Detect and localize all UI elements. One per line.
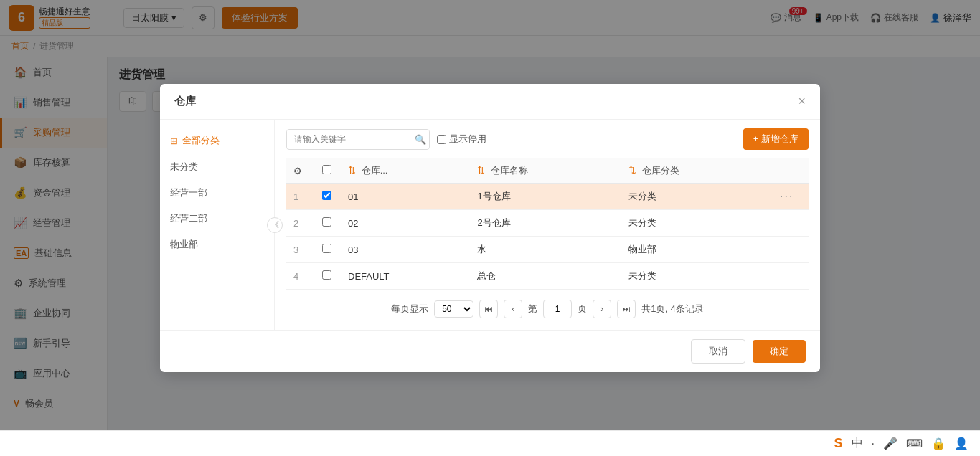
category-item-ops1[interactable]: 经营一部 [160,180,274,206]
modal-close-button[interactable]: × [798,94,806,109]
search-input[interactable] [287,130,409,148]
row-name: 1号仓库 [470,184,621,210]
row-name: 2号仓库 [470,210,621,237]
row-actions [773,237,809,263]
page-label-pre: 第 [528,303,537,315]
grid-icon: ⊞ [170,136,178,146]
row-category: 未分类 [621,263,773,290]
per-page-label: 每页显示 [391,303,428,315]
sort-icon-category: ⇅ [628,165,636,176]
select-all-checkbox[interactable] [322,165,331,174]
row-checkbox-cell [315,184,341,210]
show-disabled-text: 显示停用 [449,133,486,146]
col-name-header: ⇅ 仓库名称 [470,158,621,184]
search-box: 🔍 [286,129,430,150]
category-item-uncat[interactable]: 未分类 [160,154,274,180]
row-actions [773,210,809,237]
row-category: 未分类 [621,184,773,210]
row-checkbox[interactable] [322,191,331,200]
col-actions-header [773,158,809,184]
category-panel: ⊞ 全部分类 未分类 经营一部 经营二部 物业部 《 [160,120,275,330]
bottom-bar: S 中 · 🎤 ⌨ 🔒 👤 [0,430,980,455]
modal-title: 仓库 [174,95,196,108]
col-gear: ⚙ [286,158,315,184]
row-ellipsis-btn[interactable]: ··· [780,190,793,202]
sort-icon-name: ⇅ [477,165,485,176]
cancel-button[interactable]: 取消 [691,339,745,364]
row-num: 4 [286,263,315,290]
total-label: 共1页, 4条记录 [641,303,704,315]
table-toolbar: 🔍 显示停用 + 新增仓库 [286,128,809,150]
table-container: ⚙ ⇅ 仓库... ⇅ [286,158,809,290]
row-code: 03 [341,237,470,263]
search-icon[interactable]: 🔍 [409,130,430,149]
category-item-property[interactable]: 物业部 [160,232,274,257]
row-code: 02 [341,210,470,237]
row-checkbox-cell [315,263,341,290]
warehouse-table: ⚙ ⇅ 仓库... ⇅ [286,158,809,290]
chinese-icon[interactable]: 中 [852,436,863,451]
category-label-property: 物业部 [170,239,198,250]
mic-icon[interactable]: 🎤 [883,437,897,450]
dot-icon[interactable]: · [872,437,875,450]
row-actions: ··· [773,184,809,210]
col-category-label: 仓库分类 [642,165,679,176]
category-label-uncat: 未分类 [170,161,198,172]
row-code: 01 [341,184,470,210]
row-num: 1 [286,184,315,210]
warehouse-modal: 仓库 × ⊞ 全部分类 未分类 经营一部 经营二部 [160,84,820,372]
row-name: 总仓 [470,263,621,290]
col-code-label: 仓库... [362,165,388,176]
page-number-input[interactable] [543,300,572,318]
lock-icon[interactable]: 🔒 [931,437,946,450]
col-check [315,158,341,184]
row-category: 未分类 [621,210,773,237]
table-row[interactable]: 3 03 水 物业部 [286,237,809,263]
row-actions [773,263,809,290]
row-name: 水 [470,237,621,263]
col-code-header: ⇅ 仓库... [341,158,470,184]
show-disabled-checkbox[interactable] [437,135,446,144]
row-checkbox-cell [315,210,341,237]
collapse-panel-button[interactable]: 《 [267,217,283,233]
per-page-select[interactable]: 50 100 [434,300,473,318]
add-warehouse-button[interactable]: + 新增仓库 [743,128,809,150]
row-checkbox-cell [315,237,341,263]
table-row[interactable]: 1 01 1号仓库 未分类 ··· [286,184,809,210]
table-header-row: ⚙ ⇅ 仓库... ⇅ [286,158,809,184]
last-page-button[interactable]: ⏭ [617,300,636,318]
first-page-button[interactable]: ⏮ [479,300,498,318]
row-code: DEFAULT [341,263,470,290]
modal-footer: 取消 确定 [160,330,820,372]
next-page-button[interactable]: › [593,300,611,318]
modal-body: ⊞ 全部分类 未分类 经营一部 经营二部 物业部 《 [160,120,820,330]
keyboard-icon[interactable]: ⌨ [906,437,923,450]
row-checkbox[interactable] [322,270,331,280]
row-category: 物业部 [621,237,773,263]
page-label-post: 页 [578,303,587,315]
sort-icon-code: ⇅ [348,165,356,176]
row-checkbox[interactable] [322,244,331,253]
modal-header: 仓库 × [160,84,820,120]
row-num: 3 [286,237,315,263]
category-item-ops2[interactable]: 经营二部 [160,206,274,232]
all-category-label: 全部分类 [182,134,220,147]
row-num: 2 [286,210,315,237]
show-disabled-label: 显示停用 [437,133,486,146]
s-logo-icon: S [834,436,843,451]
table-row[interactable]: 4 DEFAULT 总仓 未分类 [286,263,809,290]
user-bottom-icon[interactable]: 👤 [954,437,969,450]
category-label-ops2: 经营二部 [170,213,207,224]
table-panel: 🔍 显示停用 + 新增仓库 ⚙ [275,120,820,330]
col-name-label: 仓库名称 [491,165,528,176]
table-row[interactable]: 2 02 2号仓库 未分类 [286,210,809,237]
confirm-button[interactable]: 确定 [753,340,806,363]
modal-overlay: 仓库 × ⊞ 全部分类 未分类 经营一部 经营二部 [0,0,980,455]
gear-icon[interactable]: ⚙ [293,166,302,176]
category-label-ops1: 经营一部 [170,187,207,198]
prev-page-button[interactable]: ‹ [504,300,522,318]
pagination: 每页显示 50 100 ⏮ ‹ 第 页 › ⏭ 共1页, 4条记录 [286,290,809,321]
row-checkbox[interactable] [322,217,331,227]
all-category-item[interactable]: ⊞ 全部分类 [160,128,274,154]
col-category-header: ⇅ 仓库分类 [621,158,773,184]
